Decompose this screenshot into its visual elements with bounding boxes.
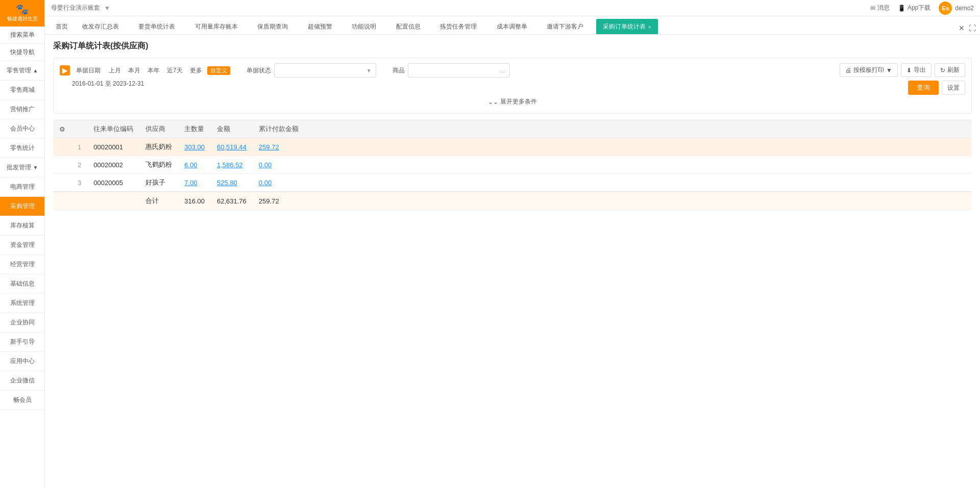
sidebar-item-label: 快捷导航	[2, 48, 42, 57]
sidebar-item-marketing[interactable]: 营销推广	[0, 100, 44, 119]
tab-yaoqing[interactable]: 邀请下游客户 ×	[540, 19, 595, 34]
tab-close-icon[interactable]: ×	[177, 24, 180, 30]
query-button[interactable]: 查询	[908, 81, 939, 95]
sidebar-item-retail[interactable]: 零售管理 ▲	[0, 61, 44, 81]
ellipsis-icon: ...	[500, 67, 505, 74]
tab-home[interactable]: 首页	[49, 19, 75, 34]
sidebar-item-label: 采购管理	[10, 202, 35, 211]
tab-close-icon[interactable]: ×	[378, 24, 381, 30]
tab-keyongliang[interactable]: 可用量库存账本 ×	[188, 19, 250, 34]
window-close-button[interactable]: ✕	[959, 24, 965, 32]
table-row[interactable]: 3 00020005 好孩子 7.00 525.80 0.00	[53, 174, 972, 192]
sidebar-item-label: 系统管理	[10, 299, 35, 307]
date-shortcut-this-month[interactable]: 本月	[126, 66, 142, 75]
tab-yaohuo[interactable]: 要货单统计表 ×	[132, 19, 187, 34]
sidebar-item-corpwechat[interactable]: 企业微信	[0, 371, 44, 391]
tab-caigou[interactable]: 采购订单统计表 ×	[596, 19, 657, 34]
sidebar-item-system[interactable]: 系统管理	[0, 294, 44, 313]
date-shortcut-7days[interactable]: 近7天	[165, 66, 185, 75]
cell-qty[interactable]: 303.00	[178, 138, 211, 156]
sidebar-item-inventory[interactable]: 库存核算	[0, 216, 44, 236]
sidebar-item-purchase[interactable]: 采购管理	[0, 197, 44, 216]
print-button[interactable]: 🖨 按模板打印 ▼	[840, 63, 898, 77]
tab-tuohuo[interactable]: 拣货任务管理 ×	[433, 19, 488, 34]
footer-index	[71, 192, 87, 210]
sidebar-item-wholesale[interactable]: 批发管理 ▼	[0, 158, 44, 177]
tab-close-icon[interactable]: ×	[479, 24, 482, 30]
cell-paid[interactable]: 0.00	[253, 174, 305, 192]
sidebar-item-retail-mall[interactable]: 零售商城	[0, 81, 44, 100]
settings-button[interactable]: 设置	[942, 81, 965, 95]
expand-button[interactable]: ⌄⌄ 展开更多条件	[484, 95, 541, 108]
tab-close-icon[interactable]: ×	[529, 24, 532, 30]
date-shortcut-more[interactable]: 更多	[188, 66, 204, 75]
sidebar-item-corp[interactable]: 企业协同	[0, 313, 44, 332]
th-index	[71, 120, 87, 138]
sidebar-item-search[interactable]: 搜索菜单	[0, 27, 44, 44]
tab-close-icon[interactable]: ×	[423, 24, 426, 30]
tab-label: 可用量库存账本	[195, 22, 238, 31]
date-filter-label: 单据日期	[76, 66, 101, 75]
sidebar-item-ecom[interactable]: 电商管理	[0, 177, 44, 197]
sidebar-item-retail-stat[interactable]: 零售统计	[0, 139, 44, 158]
cell-settings[interactable]	[53, 138, 71, 156]
cell-index: 3	[71, 174, 87, 192]
tab-close-icon[interactable]: ×	[648, 24, 651, 30]
sidebar-item-member[interactable]: 会员中心	[0, 119, 44, 139]
tab-close-icon[interactable]: ×	[290, 24, 293, 30]
cell-paid[interactable]: 0.00	[253, 156, 305, 174]
tab-close-icon[interactable]: ×	[585, 24, 589, 30]
cell-qty[interactable]: 7.00	[178, 174, 211, 192]
th-settings[interactable]: ⚙	[53, 120, 71, 138]
cell-amount[interactable]: 1,586.52	[211, 156, 253, 174]
sidebar-item-operation[interactable]: 经营管理	[0, 255, 44, 274]
cell-supplier: 惠氏奶粉	[139, 138, 178, 156]
filter-toggle-button[interactable]: ▶	[60, 65, 70, 75]
cell-settings[interactable]	[53, 174, 71, 192]
sidebar-item-label: 资金管理	[10, 241, 35, 249]
tab-shoufahuizong[interactable]: 收发存汇总表 ×	[76, 19, 131, 34]
workspace-selector[interactable]: 母婴行业演示账套 ▼	[51, 4, 110, 12]
sidebar-item-appcenter[interactable]: 应用中心	[0, 352, 44, 371]
tab-chengben[interactable]: 成本调整单 ×	[490, 19, 539, 34]
tab-close-icon[interactable]: ×	[240, 24, 243, 30]
app-download-button[interactable]: 📱 App下载	[898, 4, 930, 12]
date-shortcuts: 上月 本月 本年 近7天 更多 自定义	[107, 66, 230, 75]
message-button[interactable]: ✉ 消息	[870, 4, 890, 12]
goods-input[interactable]: ...	[408, 63, 510, 78]
cell-amount[interactable]: 525.80	[211, 174, 253, 192]
export-button[interactable]: ⬇ 导出	[901, 63, 932, 77]
footer-amount: 62,631.76	[211, 192, 253, 210]
table-row[interactable]: 1 00020001 惠氏奶粉 303.00 60,519.44 259.72	[53, 138, 972, 156]
sidebar-item-basic[interactable]: 基础信息	[0, 274, 44, 294]
cell-amount[interactable]: 60,519.44	[211, 138, 253, 156]
tab-close-icon[interactable]: ×	[121, 24, 124, 30]
sidebar-item-label: 批发管理	[7, 163, 31, 172]
cell-qty[interactable]: 6.00	[178, 156, 211, 174]
tab-chachuyujing[interactable]: 超储预警 ×	[301, 19, 344, 34]
date-shortcut-this-year[interactable]: 本年	[145, 66, 162, 75]
export-icon: ⬇	[906, 67, 912, 74]
tab-close-icon[interactable]: ×	[334, 24, 337, 30]
refresh-button[interactable]: ↻ 刷新	[935, 63, 965, 77]
sidebar-item-finance[interactable]: 资金管理	[0, 236, 44, 255]
sidebar-item-member2[interactable]: 畅会员	[0, 391, 44, 410]
status-select[interactable]: ▼	[274, 63, 376, 78]
sidebar-item-label: 应用中心	[10, 357, 35, 366]
sidebar-item-newbie[interactable]: 新手引导	[0, 332, 44, 352]
cell-paid[interactable]: 259.72	[253, 138, 305, 156]
tab-gongneng[interactable]: 功能说明 ×	[345, 19, 388, 34]
tab-peizhi[interactable]: 配置信息 ×	[389, 19, 432, 34]
window-max-button[interactable]: ⛶	[969, 24, 976, 32]
table-row[interactable]: 2 00020002 飞鹤奶粉 6.00 1,586.52 0.00	[53, 156, 972, 174]
sidebar-item-label: 会员中心	[10, 124, 35, 133]
sidebar-item-quick[interactable]: 快捷导航	[0, 44, 44, 61]
cell-settings[interactable]	[53, 156, 71, 174]
custom-date-badge[interactable]: 自定义	[207, 66, 230, 75]
tab-label: 成本调整单	[497, 22, 527, 31]
tab-baozhi[interactable]: 保质期查询 ×	[251, 19, 300, 34]
avatar: Ea	[939, 2, 952, 15]
date-shortcut-last-month[interactable]: 上月	[107, 66, 123, 75]
filter-row-1: ▶ 单据日期 上月 本月 本年 近7天 更多 自定义 单据状态 ▼	[60, 63, 965, 78]
user-profile-button[interactable]: Ea demo2	[939, 2, 974, 15]
